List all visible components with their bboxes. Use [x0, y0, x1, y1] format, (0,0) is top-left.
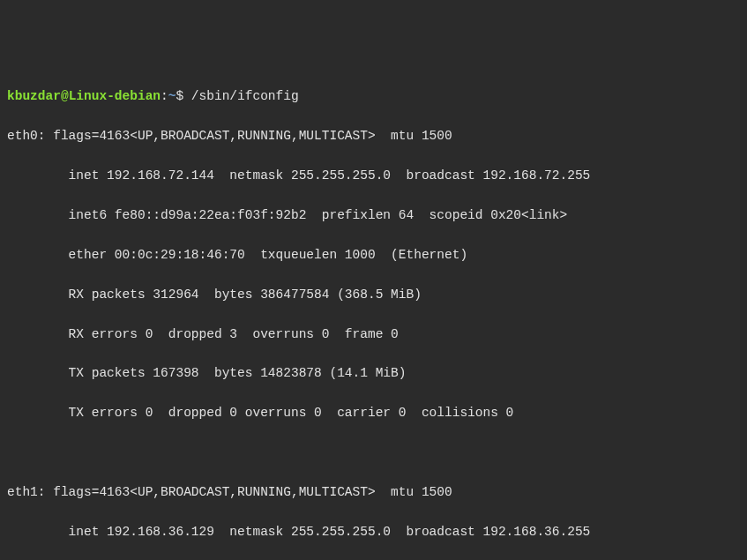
- eth0-tx-packets: TX packets 167398 bytes 14823878 (14.1 M…: [7, 363, 740, 383]
- prompt-line[interactable]: kbuzdar@Linux-debian:~$ /sbin/ifconfig: [7, 86, 740, 106]
- eth0-inet6: inet6 fe80::d99a:22ea:f03f:92b2 prefixle…: [7, 205, 740, 225]
- prompt-host: Linux-debian: [69, 89, 161, 103]
- eth1-flags: eth1: flags=4163<UP,BROADCAST,RUNNING,MU…: [7, 482, 740, 502]
- eth0-rx-packets: RX packets 312964 bytes 386477584 (368.5…: [7, 285, 740, 304]
- eth0-tx-errors: TX errors 0 dropped 0 overruns 0 carrier…: [7, 403, 740, 422]
- prompt-user: kbuzdar: [7, 89, 61, 103]
- eth0-rx-errors: RX errors 0 dropped 3 overruns 0 frame 0: [7, 325, 740, 344]
- prompt-symbol: $: [176, 89, 183, 103]
- command-text: /sbin/ifconfig: [191, 89, 299, 103]
- eth1-inet: inet 192.168.36.129 netmask 255.255.255.…: [7, 522, 740, 541]
- blank-line-1: [7, 443, 740, 462]
- prompt-at: @: [61, 89, 69, 103]
- eth0-ether: ether 00:0c:29:18:46:70 txqueuelen 1000 …: [7, 245, 740, 265]
- eth0-inet: inet 192.168.72.144 netmask 255.255.255.…: [7, 166, 740, 185]
- prompt-colon: :: [161, 89, 168, 103]
- eth0-flags: eth0: flags=4163<UP,BROADCAST,RUNNING,MU…: [7, 126, 740, 146]
